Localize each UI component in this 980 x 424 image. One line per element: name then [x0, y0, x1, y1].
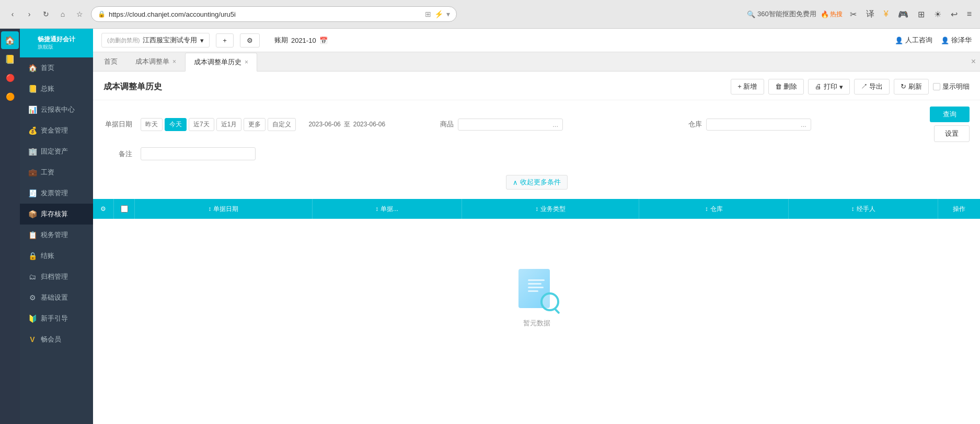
- undo-icon[interactable]: ↩: [948, 8, 961, 20]
- sidebar-item-ledger[interactable]: 📒 总账: [20, 78, 93, 99]
- consult-button[interactable]: 👤 人工咨询: [895, 36, 932, 45]
- add-org-button[interactable]: +: [216, 33, 234, 48]
- icon-bar-ledger[interactable]: 📒: [1, 50, 19, 68]
- browser-right-tools: 🔍 360智能抠图免费用 🔥 热搜 ✂ 译 ¥ 🎮 ⊞ ☀ ↩ ≡: [747, 8, 975, 21]
- date-btn-7days[interactable]: 近7天: [189, 118, 214, 131]
- red-app-icon: 🔴: [6, 74, 15, 82]
- tabs-bar: 首页 成本调整单 × 成本调整单历史 × ×: [93, 52, 980, 72]
- hot-text: 热搜: [830, 10, 843, 19]
- calendar-icon[interactable]: 📅: [319, 37, 328, 44]
- goods-filter-label: 商品: [425, 120, 454, 129]
- main-content: (勿删勿禁用) 江西服宝测试专用 ▾ + ⚙ 账期 2021-10 📅 👤 人工…: [93, 29, 980, 424]
- forward-button[interactable]: ›: [22, 7, 37, 21]
- collapse-button[interactable]: ∧ 收起更多条件: [506, 175, 568, 190]
- date-btn-more[interactable]: 更多: [244, 118, 266, 131]
- date-range-display: 2023-06-06 至 2023-06-06: [308, 120, 385, 129]
- warehouse-ellipsis-btn[interactable]: ...: [801, 121, 806, 128]
- th-num[interactable]: ↕ 单据...: [313, 199, 462, 219]
- th-handler[interactable]: ↕ 经手人: [789, 199, 938, 219]
- star-button[interactable]: ☆: [72, 7, 87, 21]
- tabs-close-all-button[interactable]: ×: [971, 57, 980, 66]
- ledger-small-icon: 📒: [5, 54, 15, 64]
- tab-cost-adjust[interactable]: 成本调整单 ×: [126, 52, 185, 71]
- print-button[interactable]: 🖨 打印 ▾: [808, 79, 850, 95]
- sidebar-item-tax[interactable]: 📋 税务管理: [20, 225, 93, 245]
- icon-bar-home[interactable]: 🏠: [1, 31, 19, 49]
- empty-illustration: [513, 266, 560, 313]
- top-bar-right: 👤 人工咨询 👤 徐泽华: [895, 36, 972, 45]
- refresh-button[interactable]: ↻ 刷新: [894, 79, 929, 95]
- th-biz-type[interactable]: ↕ 业务类型: [462, 199, 640, 219]
- sidebar-item-guide[interactable]: 🔰 新手引导: [20, 308, 93, 329]
- scissors-icon[interactable]: ✂: [847, 8, 860, 20]
- filter-settings-button[interactable]: 设置: [934, 125, 970, 142]
- sidebar-item-close[interactable]: 🔒 结账: [20, 245, 93, 266]
- date-btn-yesterday[interactable]: 昨天: [141, 118, 163, 131]
- home-button[interactable]: ⌂: [55, 7, 70, 21]
- sidebar-item-assets[interactable]: 🏢 固定资产: [20, 141, 93, 162]
- org-warning-label: (勿删勿禁用): [107, 37, 140, 44]
- user-menu[interactable]: 👤 徐泽华: [941, 36, 972, 45]
- tab-cost-adjust-close-icon[interactable]: ×: [172, 58, 176, 65]
- remark-input[interactable]: [141, 147, 256, 160]
- back-button[interactable]: ‹: [5, 7, 20, 21]
- doc-line-4: [528, 290, 538, 292]
- report-nav-icon: 📊: [28, 105, 37, 114]
- tab-cost-adjust-history[interactable]: 成本调整单历史 ×: [185, 53, 257, 72]
- sidebar-item-home[interactable]: 🏠 首页: [20, 57, 93, 78]
- th-date[interactable]: ↕ 单据日期: [135, 199, 313, 219]
- select-all-checkbox[interactable]: [121, 205, 128, 213]
- sidebar-item-vip[interactable]: V 畅会员: [20, 329, 93, 350]
- refresh-button[interactable]: ↻: [39, 7, 53, 21]
- tab-cost-adjust-history-close-icon[interactable]: ×: [245, 59, 248, 65]
- sidebar-item-inventory[interactable]: 📦 库存核算: [20, 204, 93, 225]
- org-selector[interactable]: (勿删勿禁用) 江西服宝测试专用 ▾: [101, 33, 210, 48]
- coin-icon[interactable]: ¥: [881, 8, 892, 20]
- date-btn-custom[interactable]: 自定义: [268, 118, 296, 131]
- sidebar-item-archive[interactable]: 🗂 归档管理: [20, 266, 93, 287]
- export-button[interactable]: ↗ 导出: [854, 79, 890, 95]
- collapse-row: ∧ 收起更多条件: [103, 166, 970, 199]
- goods-ellipsis-btn[interactable]: ...: [552, 121, 558, 128]
- search-button[interactable]: 🔍 360智能抠图免费用: [747, 9, 816, 19]
- th-gear[interactable]: ⚙: [93, 199, 114, 219]
- new-button[interactable]: + 新增: [731, 79, 764, 95]
- sidebar-item-salary[interactable]: 💼 工资: [20, 162, 93, 183]
- icon-bar-red[interactable]: 🔴: [1, 69, 19, 87]
- icon-bar-orange[interactable]: 🟠: [1, 88, 19, 105]
- grid-icon[interactable]: ⊞: [915, 8, 928, 20]
- goods-input[interactable]: [463, 121, 550, 128]
- tab-cost-adjust-label: 成本调整单: [135, 57, 169, 66]
- filter-action-buttons: 查询 设置: [930, 107, 970, 142]
- tax-nav-icon: 📋: [28, 231, 37, 239]
- th-checkbox[interactable]: [114, 199, 135, 219]
- sidebar-item-label: 固定资产: [41, 147, 68, 156]
- sidebar-item-capital[interactable]: 💰 资金管理: [20, 120, 93, 141]
- tab-home[interactable]: 首页: [95, 52, 126, 71]
- fire-icon: 🔥: [821, 10, 829, 18]
- th-warehouse[interactable]: ↕ 仓库: [639, 199, 789, 219]
- sidebar-item-settings[interactable]: ⚙ 基础设置: [20, 287, 93, 308]
- date-btn-today[interactable]: 今天: [165, 118, 187, 131]
- sidebar-item-label: 工资: [41, 168, 54, 177]
- doc-line-3: [528, 287, 544, 288]
- show-cols-toggle[interactable]: 显示明细: [933, 82, 970, 91]
- home-small-icon: 🏠: [5, 36, 15, 45]
- date-btn-1month[interactable]: 近1月: [216, 118, 242, 131]
- menu-icon[interactable]: ≡: [964, 8, 975, 20]
- warehouse-filter-label: 仓库: [673, 120, 702, 129]
- address-bar[interactable]: 🔒 https://cloud.chanjet.com/accounting/u…: [91, 6, 457, 22]
- sun-icon[interactable]: ☀: [931, 8, 944, 20]
- game-icon[interactable]: 🎮: [895, 8, 912, 20]
- sidebar-item-report[interactable]: 📊 云报表中心: [20, 99, 93, 120]
- query-button[interactable]: 查询: [930, 107, 970, 122]
- delete-button[interactable]: 🗑 删除: [768, 79, 804, 95]
- sidebar-item-label: 资金管理: [41, 126, 68, 135]
- ledger-nav-icon: 📒: [28, 85, 37, 93]
- warehouse-input[interactable]: [711, 121, 799, 128]
- sidebar-item-invoice[interactable]: 🧾 发票管理: [20, 183, 93, 204]
- logo-main-text: 畅捷通好会计: [38, 36, 75, 44]
- org-settings-button[interactable]: ⚙: [240, 33, 260, 48]
- translate-icon[interactable]: 译: [863, 8, 878, 21]
- show-cols-checkbox[interactable]: [933, 83, 940, 90]
